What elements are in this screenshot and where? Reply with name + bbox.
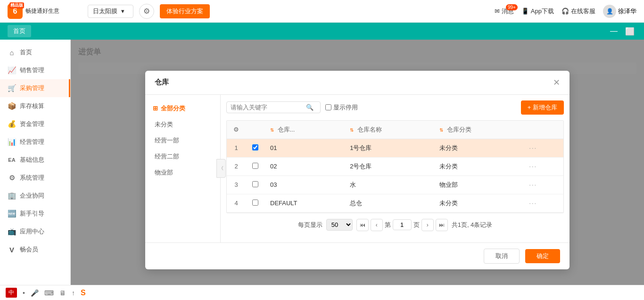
modal-close-button[interactable]: ✕: [553, 77, 560, 88]
sidebar-item-inventory[interactable]: 📦 库存核算: [0, 97, 70, 115]
sidebar-item-operation[interactable]: 📊 经营管理: [0, 133, 70, 151]
row-actions[interactable]: ···: [523, 139, 563, 157]
sidebar: ⌂ 首页 📈 销售管理 🛒 采购管理 📦 库存核算 💰 资金管理 📊 经营管理 …: [0, 40, 71, 300]
logo-text: 畅捷通好生意: [25, 8, 59, 15]
first-page-btn[interactable]: ⏮: [356, 219, 369, 231]
industry-btn[interactable]: 体验行业方案: [160, 4, 210, 18]
main-layout: ⌂ 首页 📈 销售管理 🛒 采购管理 📦 库存核算 💰 资金管理 📊 经营管理 …: [0, 40, 644, 300]
maximize-icon[interactable]: ⬜: [623, 25, 636, 38]
content-area: 进货单 仓库 ✕ ⊞ 全部分类: [71, 40, 644, 300]
row-action-dots[interactable]: ···: [529, 200, 537, 207]
message-badge: 99+: [506, 4, 518, 10]
row-category: 未分类: [434, 139, 523, 157]
th-name[interactable]: ⇅ 仓库名称: [344, 121, 434, 139]
row-action-dots[interactable]: ···: [529, 181, 537, 188]
category-item-dept2[interactable]: 经营二部: [145, 149, 220, 165]
cancel-button[interactable]: 取消: [484, 249, 520, 264]
th-category[interactable]: ⇅ 仓库分类: [434, 121, 523, 139]
message-button[interactable]: ✉ 消息 99+: [495, 7, 514, 16]
service-button[interactable]: 🎧 在线客服: [561, 7, 595, 16]
confirm-button[interactable]: 确定: [525, 249, 560, 263]
table-row[interactable]: 3 03 水 物业部 ···: [227, 175, 563, 194]
row-action-dots[interactable]: ···: [529, 144, 537, 151]
grid-icon: ⊞: [153, 105, 158, 112]
show-disabled-checkbox-label[interactable]: 显示停用: [325, 103, 358, 112]
search-icon[interactable]: 🔍: [306, 104, 314, 111]
keyboard-icon[interactable]: ⌨: [44, 289, 54, 297]
sub-header: 首页 — ⬜: [0, 23, 644, 40]
sidebar-item-apps[interactable]: 📺 应用中心: [0, 223, 70, 241]
store-selector[interactable]: 日太阳膜 ▾: [88, 5, 133, 18]
operation-icon: 📊: [8, 138, 16, 146]
sidebar-item-system[interactable]: ⚙ 系统管理: [0, 169, 70, 187]
last-page-btn[interactable]: ⏭: [436, 219, 448, 231]
tab-home[interactable]: 首页: [8, 25, 31, 37]
prev-page-btn[interactable]: ‹: [371, 219, 383, 231]
row-checkbox[interactable]: [252, 200, 258, 206]
row-code: 01: [264, 139, 344, 157]
sort-icon-category: ⇅: [439, 127, 443, 133]
sidebar-item-finance[interactable]: 💰 资金管理: [0, 115, 70, 133]
app-download-button[interactable]: 📱 App下载: [521, 7, 554, 16]
sidebar-item-basic[interactable]: EA 基础信息: [0, 151, 70, 169]
row-checkbox[interactable]: [252, 163, 258, 169]
gear-button[interactable]: ⚙: [139, 4, 154, 19]
row-name: 总仓: [344, 194, 434, 212]
category-item-unclassified[interactable]: 未分类: [145, 117, 220, 133]
row-checkbox[interactable]: [252, 181, 258, 187]
row-checkbox[interactable]: [252, 144, 258, 150]
sidebar-item-home[interactable]: ⌂ 首页: [0, 43, 70, 61]
bottom-bar: 中 • 🎤 ⌨ 🖥 ↑ S: [0, 285, 644, 300]
row-name: 1号仓库: [344, 139, 434, 157]
page-nav: ⏮ ‹ 第 页 › ⏭: [356, 219, 448, 231]
category-item-dept1[interactable]: 经营一部: [145, 133, 220, 149]
page-input[interactable]: [393, 219, 412, 230]
warehouse-table: ⚙ ⇅ 仓库... ⇅ 仓库名称: [226, 120, 564, 213]
row-checkbox-cell: [246, 194, 264, 212]
display-icon[interactable]: 🖥: [59, 289, 66, 297]
sidebar-item-guide[interactable]: 🆕 新手引导: [0, 205, 70, 223]
sidebar-item-enterprise[interactable]: 🏢 企业协同: [0, 187, 70, 205]
minimize-icon[interactable]: —: [608, 25, 619, 37]
user-area[interactable]: 👤 徐泽华: [603, 5, 636, 18]
upload-icon[interactable]: ↑: [72, 289, 75, 297]
bottom-icon-1[interactable]: •: [23, 289, 25, 297]
guide-icon: 🆕: [8, 209, 16, 218]
table-row[interactable]: 2 02 2号仓库 未分类 ···: [227, 157, 563, 175]
th-code[interactable]: ⇅ 仓库...: [264, 121, 344, 139]
per-page-label: 每页显示: [298, 221, 322, 229]
collapse-arrow[interactable]: 《: [216, 159, 226, 178]
add-warehouse-button[interactable]: + 新增仓库: [521, 100, 564, 115]
row-action-dots[interactable]: ···: [529, 163, 537, 170]
modal-overlay: 仓库 ✕ ⊞ 全部分类 未分类 经营一部 经营二部 物业部: [71, 40, 644, 300]
member-icon: V: [8, 245, 16, 254]
ime-indicator[interactable]: 中: [6, 288, 17, 298]
total-info: 共1页, 4条记录: [452, 221, 493, 229]
row-actions[interactable]: ···: [523, 157, 563, 175]
show-disabled-checkbox[interactable]: [325, 104, 331, 110]
row-name: 水: [344, 175, 434, 194]
th-settings[interactable]: ⚙: [227, 121, 246, 139]
row-actions[interactable]: ···: [523, 175, 563, 194]
chevron-down-icon: ▾: [121, 8, 124, 15]
table-row[interactable]: 4 DEFAULT 总仓 未分类 ···: [227, 194, 563, 212]
search-input-wrap: 🔍: [226, 101, 321, 113]
per-page-select[interactable]: 50 10 20 100: [326, 219, 353, 231]
sidebar-item-purchase[interactable]: 🛒 采购管理: [0, 79, 70, 97]
modal-body: ⊞ 全部分类 未分类 经营一部 经营二部 物业部 《: [145, 95, 570, 242]
header-middle: ⚙ 体验行业方案: [139, 4, 495, 19]
row-code: DEFAULT: [264, 194, 344, 212]
search-input[interactable]: [231, 104, 306, 111]
row-checkbox-cell: [246, 175, 264, 194]
category-item-property[interactable]: 物业部: [145, 165, 220, 181]
enterprise-icon: 🏢: [8, 192, 16, 200]
row-actions[interactable]: ···: [523, 194, 563, 212]
sidebar-item-member[interactable]: V 畅会员: [0, 241, 70, 258]
logo-badge: 精品版: [9, 2, 24, 8]
sidebar-item-sales[interactable]: 📈 销售管理: [0, 61, 70, 79]
next-page-btn[interactable]: ›: [421, 219, 434, 231]
microphone-icon[interactable]: 🎤: [31, 289, 39, 297]
s-logo: S: [81, 289, 86, 297]
table-row[interactable]: 1 01 1号仓库 未分类 ···: [227, 139, 563, 157]
category-all[interactable]: ⊞ 全部分类: [145, 100, 220, 117]
